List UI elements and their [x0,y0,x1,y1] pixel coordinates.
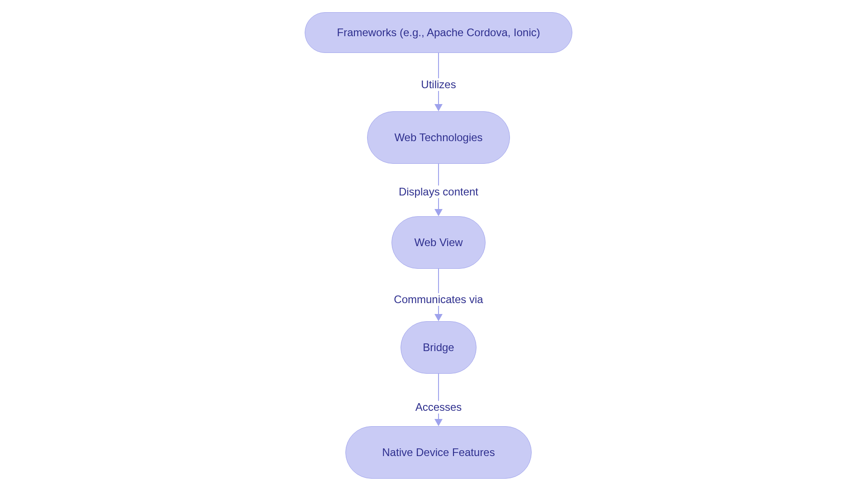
node-web-tech: Web Technologies [367,111,510,164]
edge-line [438,269,439,314]
arrow-head-icon [434,419,443,426]
node-frameworks: Frameworks (e.g., Apache Cordova, Ionic) [305,12,572,53]
node-native: Native Device Features [345,426,532,479]
node-web-view: Web View [392,216,486,269]
arrow-head-icon [434,104,443,111]
edge-label: Utilizes [418,78,458,91]
node-bridge: Bridge [401,321,476,374]
arrow-head-icon [434,314,443,321]
node-label: Web Technologies [394,131,482,144]
node-label: Web View [414,236,462,249]
node-label: Frameworks (e.g., Apache Cordova, Ionic) [337,26,540,39]
arrow-head-icon [434,209,443,216]
edge-label: Communicates via [391,293,486,306]
edge-label: Accesses [413,401,465,414]
diagram-canvas: Frameworks (e.g., Apache Cordova, Ionic)… [0,0,868,490]
node-label: Native Device Features [382,446,495,459]
edge-label: Displays content [396,186,481,198]
node-label: Bridge [423,341,454,354]
